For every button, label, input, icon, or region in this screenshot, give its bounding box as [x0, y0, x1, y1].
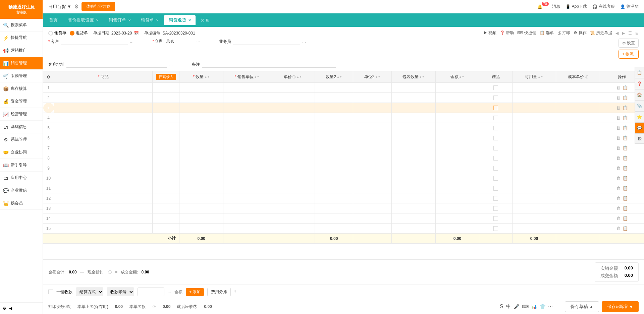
- del-icon[interactable]: 🗑: [616, 196, 621, 201]
- row-2-qty2[interactable]: [315, 93, 353, 103]
- row-2-copy-icon[interactable]: 📋: [623, 95, 628, 100]
- app-download-btn[interactable]: 📱 App下载: [566, 4, 587, 9]
- tab-price-setting[interactable]: 售价提取设置 ✕: [63, 15, 103, 25]
- row-1-pkg[interactable]: [391, 83, 435, 93]
- del-icon[interactable]: 🗑: [616, 206, 621, 211]
- keyboard-icon[interactable]: ⌨: [522, 304, 529, 309]
- tab-sales-order-close[interactable]: ✕: [128, 18, 131, 22]
- sidebar-item-system[interactable]: ⚙ 系统管理: [0, 133, 43, 146]
- account-number-input[interactable]: [138, 288, 164, 296]
- sidebar-item-finance[interactable]: 💰 资金管理: [0, 95, 43, 108]
- tab-sales-close[interactable]: ✕: [156, 18, 159, 22]
- customer-picker-icon[interactable]: ···: [130, 39, 134, 45]
- table-gear-header[interactable]: ⚙: [43, 71, 54, 83]
- calendar-icon[interactable]: 📅: [134, 31, 139, 36]
- right-icon-7[interactable]: 🖼: [635, 133, 644, 144]
- right-icon-2[interactable]: ❓: [635, 78, 644, 89]
- sidebar-item-wechat[interactable]: 💬 企业微信: [0, 184, 43, 197]
- settings-icon[interactable]: ⚙: [3, 306, 6, 311]
- right-icon-6[interactable]: 💬: [635, 122, 644, 133]
- row-1-unit[interactable]: [223, 83, 271, 93]
- row-active-qty2[interactable]: [315, 103, 353, 113]
- sidebar-item-purchase[interactable]: 🛒 采购管理: [0, 70, 43, 82]
- shortcut-btn[interactable]: ⌨ 快捷键: [517, 30, 536, 36]
- sort-arrows-avail[interactable]: ▲▼: [538, 76, 543, 78]
- sort-arrows-pkg[interactable]: ▲▼: [419, 76, 425, 78]
- row-2-price[interactable]: [271, 93, 315, 103]
- copy-icon[interactable]: 📋: [623, 176, 628, 181]
- save-draft-btn[interactable]: 保存草稿 ▲: [565, 301, 599, 312]
- del-icon[interactable]: 🗑: [616, 155, 621, 161]
- sidebar-item-inventory[interactable]: 📦 库存核算: [0, 82, 43, 95]
- mic-icon[interactable]: 🎤: [514, 304, 519, 309]
- video-btn[interactable]: ▶ 视频: [483, 30, 496, 36]
- remark-input[interactable]: [202, 61, 336, 68]
- sidebar-item-shortcut[interactable]: ⚡ 快捷导航: [0, 32, 43, 44]
- copy-icon[interactable]: 📋: [623, 145, 628, 150]
- del-icon[interactable]: 🗑: [616, 135, 621, 140]
- row-1-unit2[interactable]: [353, 83, 391, 93]
- help-btn[interactable]: ❓ 帮助: [500, 30, 514, 36]
- row-active-amount[interactable]: [435, 103, 479, 113]
- chinese-icon[interactable]: 中: [506, 304, 511, 310]
- row-1-copy-icon[interactable]: 📋: [623, 85, 628, 90]
- more-icon[interactable]: ⋯: [548, 304, 553, 309]
- settings-btn[interactable]: ⚙ 设置: [619, 39, 639, 48]
- row-2-qty[interactable]: [179, 93, 223, 103]
- del-icon[interactable]: 🗑: [616, 145, 621, 150]
- row-1-product[interactable]: [54, 83, 153, 93]
- copy-icon[interactable]: 📋: [623, 155, 628, 161]
- row-1-delete-icon[interactable]: 🗑: [616, 85, 621, 90]
- one-click-pay-checkbox[interactable]: [48, 290, 53, 294]
- scan-input-btn[interactable]: 扫码录入: [156, 74, 176, 80]
- row-active-unit[interactable]: [223, 103, 271, 113]
- del-icon[interactable]: 🗑: [616, 166, 621, 171]
- experience-btn[interactable]: 体验行业方案: [82, 2, 115, 11]
- dots-icon[interactable]: ···: [168, 290, 171, 294]
- del-icon[interactable]: 🗑: [616, 115, 621, 120]
- right-icon-5[interactable]: ⭐: [635, 111, 644, 122]
- row-active-unit2[interactable]: [353, 103, 391, 113]
- row-2-delete-icon[interactable]: 🗑: [616, 95, 621, 100]
- table-icon[interactable]: 📊: [531, 304, 537, 309]
- sidebar-item-member[interactable]: 👑 畅会员: [0, 197, 43, 210]
- shirt-icon[interactable]: 👕: [540, 304, 545, 309]
- row-active-gift[interactable]: [479, 103, 512, 113]
- row-active-copy-icon[interactable]: 📋: [623, 105, 628, 110]
- radio-return[interactable]: 退货单: [70, 30, 88, 36]
- account-method-select[interactable]: 收款账号: [107, 288, 134, 296]
- close-all-tabs-btn[interactable]: ✕: [200, 17, 205, 23]
- sidebar-item-appstore[interactable]: 🗃 应用中心: [0, 172, 43, 184]
- settings-gear-icon[interactable]: ⚙: [74, 3, 79, 10]
- operate-btn[interactable]: ⚙ 操作: [574, 30, 586, 36]
- row-1-qty2[interactable]: [315, 83, 353, 93]
- online-service-btn[interactable]: 🎧 在线客服: [592, 4, 615, 9]
- del-icon[interactable]: 🗑: [616, 186, 621, 191]
- tab-home[interactable]: 首页: [44, 15, 62, 25]
- sort-arrows-unit2[interactable]: ▲▼: [375, 76, 381, 78]
- tab-sales-return[interactable]: 销货退货 ✕: [164, 15, 196, 25]
- staff-input[interactable]: [233, 39, 300, 45]
- tab-price-close[interactable]: ✕: [96, 18, 99, 22]
- sogou-icon[interactable]: S: [500, 304, 503, 310]
- sidebar-item-operations[interactable]: 📈 经营管理: [0, 108, 43, 121]
- print-btn[interactable]: 🖨 打印: [557, 30, 570, 36]
- row-active-qty[interactable]: [179, 103, 223, 113]
- staff-picker-icon[interactable]: ···: [302, 39, 306, 45]
- calculate-method-select[interactable]: 结算方式: [76, 288, 103, 296]
- del-icon[interactable]: 🗑: [616, 216, 621, 221]
- row-active-delete-icon[interactable]: 🗑: [616, 105, 621, 110]
- address-input[interactable]: [66, 61, 167, 68]
- sidebar-item-guide[interactable]: 📖 新手引导: [0, 159, 43, 172]
- copy-icon[interactable]: 📋: [623, 135, 628, 140]
- row-1-qty[interactable]: [179, 83, 223, 93]
- sidebar-item-enterprise[interactable]: 🤝 企业协同: [0, 146, 43, 159]
- copy-icon[interactable]: 📋: [623, 206, 628, 211]
- right-icon-1[interactable]: 📋: [635, 67, 644, 78]
- logistics-btn[interactable]: + 物流: [619, 50, 639, 59]
- save-new-btn[interactable]: 保存&新增 ▼: [602, 301, 639, 312]
- pick-btn[interactable]: 📋 选单: [540, 30, 554, 36]
- row-2-gift[interactable]: [479, 93, 512, 103]
- sidebar-item-base[interactable]: 🗂 基础信息: [0, 121, 43, 133]
- message-btn[interactable]: 🔔 70 消息: [537, 4, 560, 9]
